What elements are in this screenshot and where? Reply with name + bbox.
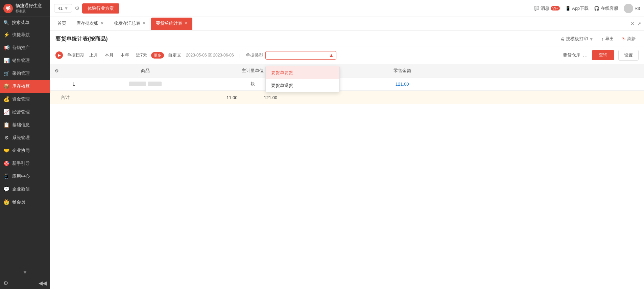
sidebar-item-ops[interactable]: 📈 经营管理 [0,106,50,118]
trial-button[interactable]: 体验行业方案 [82,3,119,14]
sidebar-item-collab[interactable]: 🤝 企业协同 [0,144,50,157]
print-icon: 🖨 [560,37,565,42]
sidebar-item-label: 库存核算 [12,83,30,89]
warehouse-filter-group: 要货仓库 … [563,52,588,58]
tab-summary-label: 收发存汇总表 [114,20,140,26]
date-shortcut-custom[interactable]: 自定义 [165,51,184,59]
date-shortcut-7days[interactable]: 近7天 [133,51,150,59]
col-extra [441,64,644,77]
sidebar-item-sales[interactable]: 📊 销售管理 [0,54,50,67]
sidebar-item-basic[interactable]: 📋 基础信息 [0,118,50,131]
tabs-controls: ✕ ⤢ [630,21,641,26]
sidebar-item-guide[interactable]: 🎯 新手引导 [0,157,50,170]
table-footer: 合计 11.00 121.00 [50,91,644,104]
message-action[interactable]: 💬 消息 99+ [534,5,560,12]
table-settings-icon: ⚙ [55,68,59,73]
online-service-action[interactable]: 🎧 在线客服 [594,5,618,12]
date-shortcut-year[interactable]: 本年 [118,51,132,59]
doc-type-chevron-icon[interactable]: ▲ [329,52,334,58]
sidebar-item-label: 快捷导航 [12,32,30,38]
user-name: Rit [635,6,640,11]
sidebar-item-wechat[interactable]: 💬 企业微信 [0,183,50,196]
guide-icon: 🎯 [3,160,9,166]
row-seq: 1 [64,77,84,91]
date-shortcuts: 上月 本月 本年 近7天 更多 自定义 [87,51,184,59]
tab-batch[interactable]: 库存批次账 ✕ [72,18,109,30]
download-icon: 📱 [565,6,571,11]
tab-home[interactable]: 首页 [53,18,71,30]
sidebar-item-quick-nav[interactable]: ⚡ 快捷导航 [0,28,50,41]
refresh-button[interactable]: ↻ 刷新 [619,35,639,43]
sidebar-item-marketing[interactable]: 📢 营销推广 [0,41,50,54]
filter-settings-button[interactable]: 设置 [618,50,639,61]
warehouse-more-icon[interactable]: … [582,52,588,58]
export-button[interactable]: ↑ 导出 [599,35,617,43]
dropdown-item-requisition-return[interactable]: 要货单退货 [266,79,339,92]
page-inner: 要货单统计表(按商品) 🖨 按模板打印 ▼ ↑ 导出 ↻ 刷新 [50,30,644,289]
doc-type-input[interactable] [265,51,336,60]
service-icon: 🎧 [594,6,599,11]
row-extra [441,77,644,91]
date-filter-group: 单据日期 上月 本月 本年 近7天 更多 自定义 2023-05-06 至 20… [67,51,234,59]
sidebar-item-label: 新手引导 [12,160,30,166]
sidebar-item-label: 资金管理 [12,96,30,102]
dropdown-item-requisition-order[interactable]: 要货单要货 [266,66,339,79]
print-button[interactable]: 🖨 按模板打印 ▼ [557,35,596,43]
close-all-tabs-button[interactable]: ✕ [630,21,635,26]
tab-summary-close[interactable]: ✕ [142,21,146,26]
tab-batch-label: 库存批次账 [76,20,98,26]
tab-requisition-close[interactable]: ✕ [184,21,188,26]
print-chevron-icon: ▼ [589,37,594,42]
tabs-bar: 首页 库存批次账 ✕ 收发存汇总表 ✕ 要货单统计表 ✕ ✕ ⤢ [50,17,644,30]
sidebar-item-label: 营销推广 [12,45,30,51]
main-area: 41 ▼ ⚙ 体验行业方案 💬 消息 99+ 📱 App下载 🎧 在线客服 [50,0,644,289]
date-shortcut-up[interactable]: 上月 [87,51,101,59]
wechat-icon: 💬 [3,186,9,192]
table-row[interactable]: 1 块 11.00 121.00 [50,77,644,91]
tab-batch-close[interactable]: ✕ [100,21,104,26]
member-icon: 👑 [3,199,9,205]
refresh-label: 刷新 [627,36,636,42]
message-badge: 99+ [551,6,560,10]
user-avatar-action[interactable]: Rit [624,4,640,13]
sidebar-item-label: 畅会员 [12,199,25,205]
online-service-label: 在线客服 [601,5,618,12]
search-icon: 🔍 [3,20,9,25]
quick-nav-icon: ⚡ [3,32,9,38]
app-download-action[interactable]: 📱 App下载 [565,5,589,12]
expand-filter-button[interactable]: ▶ [55,51,63,59]
purchase-icon: 🛒 [3,70,9,76]
doc-type-label: 单据类型 [246,52,263,58]
sidebar-scroll-down[interactable]: ▼ [0,268,50,277]
refresh-icon: ↻ [622,37,626,42]
date-shortcut-more[interactable]: 更多 [151,52,164,59]
page-header: 要货单统计表(按商品) 🖨 按模板打印 ▼ ↑ 导出 ↻ 刷新 [50,30,644,46]
col-amount: 零售金额 [363,64,441,77]
row-product [84,77,207,91]
sidebar-item-system[interactable]: ⚙ 系统管理 [0,131,50,144]
filter-area: ▶ 单据日期 上月 本月 本年 近7天 更多 自定义 2023-05-06 至 … [50,46,644,64]
row-amount: 121.00 [363,77,441,91]
query-button[interactable]: 查询 [592,50,614,60]
header-gear-icon[interactable]: ⚙ [75,5,79,12]
search-menu[interactable]: 🔍 搜索菜单 [0,17,50,28]
date-label: 单据日期 [67,52,85,58]
header-left: 41 ▼ ⚙ 体验行业方案 [54,3,119,14]
sidebar-item-purchase[interactable]: 🛒 采购管理 [0,67,50,80]
sidebar-item-inventory[interactable]: 📦 库存核算 [0,80,50,93]
sidebar-item-member[interactable]: 👑 畅会员 [0,196,50,208]
col-settings[interactable]: ⚙ [50,64,64,77]
expand-tabs-button[interactable]: ⤢ [637,21,641,26]
collapse-icon[interactable]: ◀◀ [39,280,47,286]
sales-icon: 📊 [3,58,9,64]
sidebar-item-apps[interactable]: 📱 应用中心 [0,170,50,183]
print-label: 按模板打印 [566,36,588,42]
settings-icon[interactable]: ⚙ [3,280,8,286]
sidebar-item-label: 基础信息 [12,122,30,128]
sidebar-item-finance[interactable]: 💰 资金管理 [0,93,50,106]
sidebar-item-label: 企业协同 [12,148,30,154]
tab-summary[interactable]: 收发存汇总表 ✕ [109,18,150,30]
tab-requisition[interactable]: 要货单统计表 ✕ [151,18,192,30]
date-shortcut-current[interactable]: 本月 [102,51,116,59]
company-selector[interactable]: 41 ▼ [54,4,72,13]
